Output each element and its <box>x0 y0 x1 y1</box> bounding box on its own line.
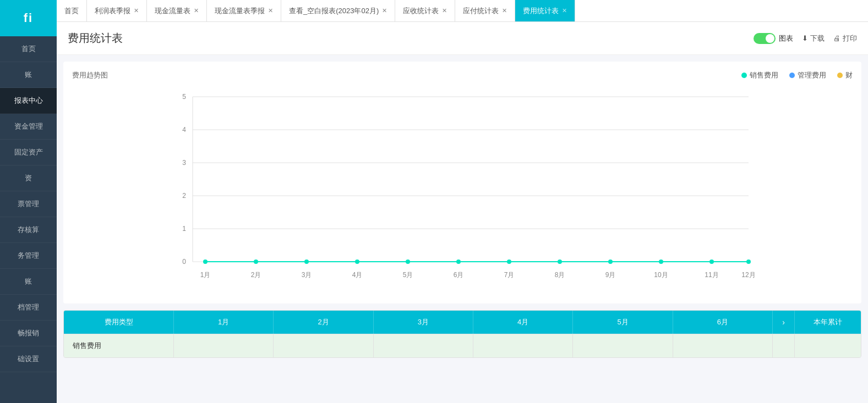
svg-point-25 <box>203 260 208 264</box>
svg-text:1月: 1月 <box>200 271 211 279</box>
expense-table: 费用类型 1月 2月 3月 4月 5月 6月 › 本年累计 销售费用 <box>63 310 861 358</box>
trend-chart: 0 1 2 3 4 5 1月 2月 3月 4月 5月 6月 7月 8月 9 <box>72 86 853 295</box>
td-m1 <box>174 334 274 357</box>
tab-receivable-stats[interactable]: 应收统计表 ✕ <box>395 0 455 22</box>
svg-point-32 <box>558 260 562 264</box>
svg-point-35 <box>709 260 714 264</box>
sidebar-item-stock-accounting[interactable]: 存核算 <box>0 217 57 243</box>
th-m1: 1月 <box>174 311 274 334</box>
svg-text:7月: 7月 <box>504 271 515 279</box>
download-button[interactable]: ⬇ 下载 <box>802 34 825 43</box>
header-actions: 图表 ⬇ 下载 🖨 打印 <box>754 33 857 44</box>
legend-dot-mgmt <box>789 73 795 78</box>
svg-text:4月: 4月 <box>352 271 363 279</box>
chart-section: 费用趋势图 销售费用 管理费用 财 <box>63 62 861 303</box>
svg-point-33 <box>608 260 613 264</box>
svg-text:2: 2 <box>182 192 186 200</box>
svg-point-27 <box>304 260 309 264</box>
close-tab-blank-report[interactable]: ✕ <box>382 7 387 14</box>
td-m3 <box>374 334 473 357</box>
tab-payable-stats[interactable]: 应付统计表 ✕ <box>455 0 515 22</box>
sidebar-item-expense[interactable]: 畅报销 <box>0 321 57 346</box>
chart-header: 费用趋势图 销售费用 管理费用 财 <box>72 70 853 80</box>
th-m2: 2月 <box>274 311 373 334</box>
sidebar-item-base-settings[interactable]: 础设置 <box>0 346 57 372</box>
td-m2 <box>274 334 373 357</box>
sidebar-item-fixed-assets[interactable]: 固定资产 <box>0 140 57 165</box>
chart-toggle-label: 图表 <box>779 34 793 43</box>
chart-toggle[interactable] <box>754 33 776 44</box>
sidebar-item-report-center[interactable]: 报表中心 <box>0 88 57 114</box>
print-label: 打印 <box>843 34 857 43</box>
th-m4: 4月 <box>473 311 573 334</box>
svg-text:9月: 9月 <box>605 271 616 279</box>
close-tab-receivable-stats[interactable]: ✕ <box>442 7 447 14</box>
table-header-row: 费用类型 1月 2月 3月 4月 5月 6月 › 本年累计 <box>64 311 861 334</box>
legend-mgmt: 管理费用 <box>789 70 826 80</box>
svg-text:3月: 3月 <box>302 271 312 279</box>
sidebar-item-ledger[interactable]: 账 <box>0 269 57 295</box>
svg-text:0: 0 <box>182 258 186 266</box>
svg-point-30 <box>456 260 461 264</box>
th-nav-next[interactable]: › <box>773 311 795 334</box>
tab-blank-report[interactable]: 查看_空白报表(2023年02月) ✕ <box>281 0 395 22</box>
print-icon: 🖨 <box>833 34 840 42</box>
chart-toggle-wrapper: 图表 <box>754 33 793 44</box>
sidebar-logo: fi <box>0 0 57 36</box>
print-button[interactable]: 🖨 打印 <box>833 34 857 43</box>
svg-text:12月: 12月 <box>741 271 755 279</box>
svg-text:1: 1 <box>182 225 186 233</box>
td-m6 <box>673 334 773 357</box>
sidebar-item-task-mgmt[interactable]: 务管理 <box>0 243 57 269</box>
page-header: 费用统计表 图表 ⬇ 下载 🖨 打印 <box>57 22 868 55</box>
svg-point-26 <box>254 260 258 264</box>
td-type: 销售费用 <box>64 334 174 357</box>
sidebar-item-file-mgmt[interactable]: 档管理 <box>0 295 57 321</box>
tab-expense-stats[interactable]: 费用统计表 ✕ <box>515 0 575 22</box>
th-m3: 3月 <box>374 311 473 334</box>
table-row: 销售费用 <box>64 334 861 357</box>
svg-text:2月: 2月 <box>251 271 261 279</box>
svg-text:6月: 6月 <box>454 271 464 279</box>
legend-label-finance: 财 <box>845 70 853 80</box>
legend-sales: 销售费用 <box>741 70 778 80</box>
sidebar-item-home[interactable]: 首页 <box>0 36 57 62</box>
download-label: 下载 <box>810 34 825 43</box>
content-area: 费用统计表 图表 ⬇ 下载 🖨 打印 费用趋势图 <box>57 22 868 403</box>
chart-legend: 销售费用 管理费用 财 <box>741 70 853 80</box>
svg-point-34 <box>659 260 663 264</box>
tab-cashflow-quarterly[interactable]: 现金流量表季报 ✕ <box>207 0 281 22</box>
sidebar-item-fund-mgmt[interactable]: 资金管理 <box>0 114 57 140</box>
tab-profit-quarterly[interactable]: 利润表季报 ✕ <box>87 0 147 22</box>
tab-cashflow[interactable]: 现金流量表 ✕ <box>147 0 207 22</box>
sidebar-item-resource[interactable]: 资 <box>0 165 57 191</box>
sidebar-item-account[interactable]: 账 <box>0 62 57 88</box>
svg-text:10月: 10月 <box>654 271 668 279</box>
th-type: 费用类型 <box>64 311 174 334</box>
close-tab-cashflow[interactable]: ✕ <box>194 7 199 14</box>
chart-title: 费用趋势图 <box>72 70 108 80</box>
legend-dot-sales <box>741 73 747 78</box>
sidebar-item-ticket-mgmt[interactable]: 票管理 <box>0 191 57 217</box>
svg-point-28 <box>355 260 359 264</box>
chart-container: 0 1 2 3 4 5 1月 2月 3月 4月 5月 6月 7月 8月 9 <box>72 86 853 295</box>
main-area: 首页 利润表季报 ✕ 现金流量表 ✕ 现金流量表季报 ✕ 查看_空白报表(202… <box>57 0 868 403</box>
svg-point-36 <box>746 260 751 264</box>
tab-home[interactable]: 首页 <box>57 0 87 22</box>
nav-next-arrow[interactable]: › <box>782 318 785 327</box>
svg-text:3: 3 <box>182 159 186 167</box>
svg-text:5: 5 <box>182 93 186 101</box>
legend-finance: 财 <box>837 70 853 80</box>
th-m6: 6月 <box>673 311 773 334</box>
td-m4 <box>473 334 573 357</box>
svg-text:4: 4 <box>182 126 186 134</box>
legend-dot-finance <box>837 73 843 78</box>
tab-bar: 首页 利润表季报 ✕ 现金流量表 ✕ 现金流量表季报 ✕ 查看_空白报表(202… <box>57 0 868 22</box>
close-tab-cashflow-quarterly[interactable]: ✕ <box>268 7 273 14</box>
download-icon: ⬇ <box>802 34 808 42</box>
close-tab-payable-stats[interactable]: ✕ <box>502 7 507 14</box>
sidebar: fi 首页 账 报表中心 资金管理 固定资产 资 票管理 存核算 务管理 账 档… <box>0 0 57 403</box>
th-total: 本年累计 <box>795 311 861 334</box>
close-tab-profit-quarterly[interactable]: ✕ <box>134 7 139 14</box>
close-tab-expense-stats[interactable]: ✕ <box>562 7 567 14</box>
